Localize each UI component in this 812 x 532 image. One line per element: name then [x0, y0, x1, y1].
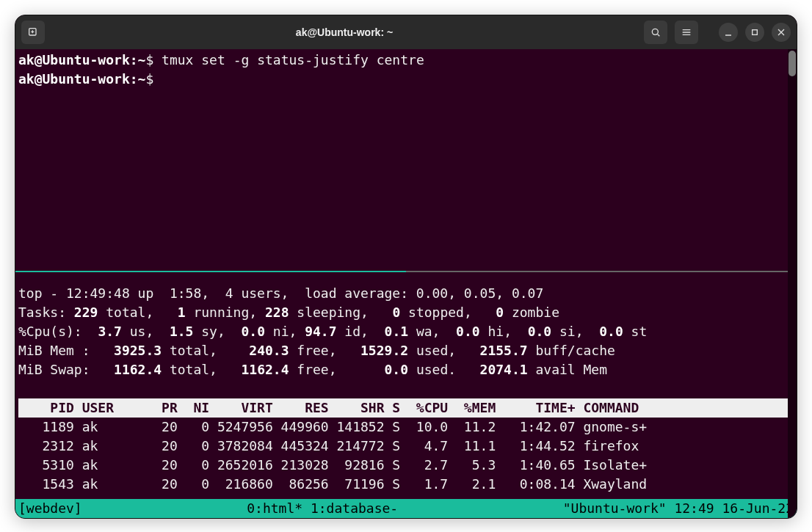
tmux-pane-top[interactable]: ak@Ubuntu-work:~$ tmux set -g status-jus…	[15, 49, 797, 271]
prompt-user: ak@Ubuntu-work	[18, 52, 130, 68]
hamburger-icon	[681, 26, 692, 38]
table-row: 1543 ak 20 0 216860 86256 71196 S 1.7 2.…	[18, 476, 647, 492]
close-button[interactable]	[772, 23, 791, 42]
table-row: 2312 ak 20 0 3782084 445324 214772 S 4.7…	[18, 438, 647, 453]
prompt-user: ak@Ubuntu-work	[18, 71, 130, 87]
svg-point-1	[652, 29, 658, 34]
scrollbar-thumb[interactable]	[789, 51, 796, 76]
new-tab-icon	[27, 26, 39, 38]
prompt-symbol: $	[145, 71, 153, 87]
status-center: 0:html* 1:database-	[82, 499, 563, 518]
terminal-body[interactable]: ak@Ubuntu-work:~$ tmux set -g status-jus…	[15, 49, 797, 518]
new-tab-button[interactable]	[21, 21, 45, 44]
maximize-icon	[749, 26, 761, 38]
menu-button[interactable]	[675, 21, 698, 44]
maximize-button[interactable]	[745, 23, 764, 42]
search-button[interactable]	[644, 21, 667, 44]
tmux-pane-bottom[interactable]: top - 12:49:48 up 1:58, 4 users, load av…	[15, 272, 797, 499]
search-icon	[650, 26, 661, 38]
scrollbar-track[interactable]	[788, 49, 797, 518]
command-1: tmux set -g status-justify centre	[162, 52, 424, 68]
minimize-icon	[722, 26, 734, 38]
status-right: "Ubuntu-work" 12:49 16-Jun-22	[563, 499, 794, 518]
tmux-statusbar: [webdev] 0:html* 1:database- "Ubuntu-wor…	[15, 499, 797, 518]
svg-rect-2	[753, 30, 758, 35]
terminal-window: ak@Ubuntu-work: ~ ak@Ubuntu-work:~$ tmu	[15, 15, 797, 519]
status-left: [webdev]	[18, 499, 82, 518]
top-header-line: top - 12:49:48 up 1:58, 4 users, load av…	[18, 285, 543, 301]
titlebar: ak@Ubuntu-work: ~	[15, 15, 797, 49]
prompt-path: ~	[138, 52, 146, 68]
top-columns-header: PID USER PR NI VIRT RES SHR S %CPU %MEM …	[18, 398, 794, 418]
window-title: ak@Ubuntu-work: ~	[51, 26, 638, 38]
table-row: 5310 ak 20 0 2652016 213028 92816 S 2.7 …	[18, 457, 647, 473]
close-icon	[775, 26, 787, 38]
prompt-symbol: $	[145, 52, 153, 68]
table-row: 1189 ak 20 0 5247956 449960 141852 S 10.…	[18, 419, 647, 434]
prompt-path: ~	[138, 71, 146, 87]
minimize-button[interactable]	[719, 23, 738, 42]
